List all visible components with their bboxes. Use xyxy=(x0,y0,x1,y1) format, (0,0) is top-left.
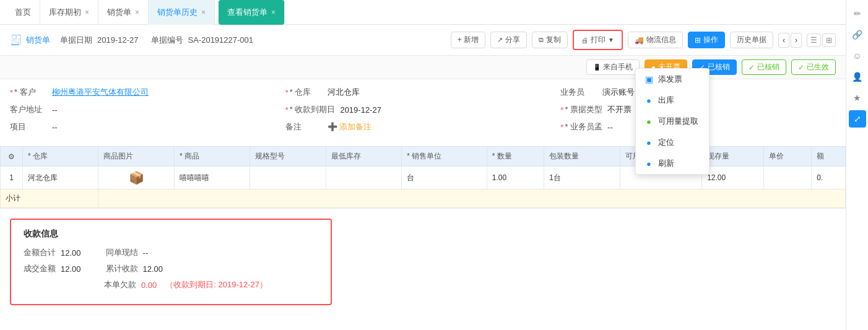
row-index: 1 xyxy=(1,167,23,189)
form-row-2: 客户地址 -- * * 收款到期日 2019-12-27 * * 票据类型 不开… xyxy=(10,104,836,115)
nav-arrows: ‹ › xyxy=(778,33,802,48)
copy-button[interactable]: ⧉ 复制 xyxy=(532,32,568,48)
col-current-stock: 现存量 xyxy=(702,147,764,167)
customer-field: * * 客户 柳州粤港平安气体有限公司 xyxy=(10,87,285,98)
form-row-1: * * 客户 柳州粤港平安气体有限公司 * * 仓库 河北仓库 业务员 演示账号 xyxy=(10,87,836,98)
address-value: -- xyxy=(52,105,58,115)
order-balance-item: 本单欠款 0.00 （收款到期日: 2019-12-27） xyxy=(104,279,267,290)
same-order-settlement-item: 同单现结 -- xyxy=(106,247,149,258)
row-amount: 0. xyxy=(812,167,846,189)
table-row: 1 河北仓库 📦 嘻嘻嘻嘻 台 1.00 1台 12.00 xyxy=(1,167,846,189)
from-phone-button[interactable]: 📱 来自手机 xyxy=(586,59,640,75)
staff-label: 业务员 xyxy=(560,87,597,98)
ticket-type-label: * * 票据类型 xyxy=(560,104,602,115)
tab-close-sales[interactable]: × xyxy=(135,8,139,17)
col-min-stock: 最低库存 xyxy=(326,147,401,167)
doc-type-label: 🧾 销货单 xyxy=(10,34,50,46)
tab-view-sales[interactable]: 查看销货单 × xyxy=(219,0,285,25)
new-button[interactable]: + 新增 xyxy=(451,32,485,48)
tab-close-inventory[interactable]: × xyxy=(85,8,89,17)
note-label: 备注 xyxy=(285,121,323,132)
payment-info-panel: 收款信息 金额合计 12.00 同单现结 -- 成交金额 12.00 xyxy=(10,219,332,305)
locate-item[interactable]: ● 定位 xyxy=(636,132,709,153)
logistics-button[interactable]: 🚚 物流信息 xyxy=(628,32,683,48)
grid-view-icon[interactable]: ⊞ xyxy=(822,33,836,47)
staff2-label: * * 业务员孟 xyxy=(560,121,602,132)
order-balance-note: （收款到期日: 2019-12-27） xyxy=(165,279,267,290)
operations-button[interactable]: ⊞ 操作 xyxy=(688,32,725,48)
customer-value[interactable]: 柳州粤港平安气体有限公司 xyxy=(52,87,149,98)
address-field: 客户地址 -- xyxy=(10,104,285,115)
sidebar-star-icon[interactable]: ★ xyxy=(849,89,866,106)
view-icons: ☰ ⊞ xyxy=(807,33,836,47)
sub-toolbar: 📱 来自手机 ● 未开票 ✓ 已核销 ✓ 已核销 ✓ 已生效 xyxy=(0,56,846,79)
staff-value: 演示账号 xyxy=(602,87,635,98)
cumulative-payment-label: 累计收款 xyxy=(106,263,138,274)
outbound-icon: ● xyxy=(644,96,653,105)
history-button[interactable]: 历史单据 xyxy=(730,32,773,48)
tab-sales-history[interactable]: 销货单历史 × xyxy=(149,0,215,25)
tab-bar: 首页 库存期初 × 销货单 × 销货单历史 × 查看销货单 × × xyxy=(0,0,868,25)
table-section: ⚙ * 仓库 商品图片 * 商品 规格型号 最低库存 * 销售单位 * 数量 包… xyxy=(0,146,846,208)
outbound-item[interactable]: ● 出库 xyxy=(636,90,709,111)
tab-home[interactable]: 首页 xyxy=(6,0,40,25)
payment-date-field: * * 收款到期日 2019-12-27 xyxy=(285,104,561,115)
nav-prev[interactable]: ‹ xyxy=(778,33,789,48)
col-quantity: * 数量 xyxy=(487,147,544,167)
sidebar-comment-icon[interactable]: ☺ xyxy=(849,47,866,64)
warehouse-value: 河北仓库 xyxy=(328,87,360,98)
nav-next[interactable]: › xyxy=(791,33,802,48)
col-package-qty: 包装数量 xyxy=(544,147,620,167)
already-verified-badge: ✓ 已核销 xyxy=(742,59,786,75)
add-invoice-icon: ▣ xyxy=(644,75,653,84)
row-spec xyxy=(250,167,326,189)
col-settings[interactable]: ⚙ xyxy=(1,147,23,167)
subtotal-row: 小计 xyxy=(1,189,846,208)
list-view-icon[interactable]: ☰ xyxy=(807,33,821,47)
order-balance-value: 0.00 xyxy=(141,280,157,290)
tab-inventory-init[interactable]: 库存期初 × xyxy=(40,0,98,25)
print-button[interactable]: 🖨 打印 ▼ xyxy=(575,32,620,48)
form-section: * * 客户 柳州粤港平安气体有限公司 * * 仓库 河北仓库 业务员 演示账号 xyxy=(0,79,846,146)
order-balance-label: 本单欠款 xyxy=(104,279,136,290)
note-add-button[interactable]: ➕ 添加备注 xyxy=(328,121,372,132)
sidebar-expand-icon[interactable]: ⤢ xyxy=(849,110,866,128)
add-invoice-item[interactable]: ▣ 添发票 xyxy=(636,69,709,90)
payment-date-value: 2019-12-27 xyxy=(340,105,381,115)
payment-row-2: 成交金额 12.00 累计收款 12.00 xyxy=(24,263,318,274)
tab-sales-order[interactable]: 销货单 × xyxy=(98,0,149,25)
customer-label: * * 客户 xyxy=(10,87,47,98)
transaction-amount-value: 12.00 xyxy=(61,264,81,274)
address-label: 客户地址 xyxy=(10,104,47,115)
subtotal-label: 小计 xyxy=(1,189,98,208)
payment-info-title: 收款信息 xyxy=(24,228,318,240)
refresh-icon: ● xyxy=(644,159,653,168)
right-sidebar: ✏ 🔗 ☺ 👤 ★ ⤢ xyxy=(846,0,868,330)
tab-close-history[interactable]: × xyxy=(201,8,206,17)
sidebar-link-icon[interactable]: 🔗 xyxy=(849,26,866,43)
note-field: 备注 ➕ 添加备注 xyxy=(285,121,561,132)
bottom-panel: 收款信息 金额合计 12.00 同单现结 -- 成交金额 12.00 xyxy=(0,208,846,315)
row-current-stock: 12.00 xyxy=(702,167,764,189)
transaction-amount-label: 成交金额 xyxy=(24,263,56,274)
same-order-value: -- xyxy=(143,248,149,258)
warehouse-field: * * 仓库 河北仓库 xyxy=(285,87,561,98)
payment-row-3: 本单欠款 0.00 （收款到期日: 2019-12-27） xyxy=(24,279,318,290)
cumulative-payment-item: 累计收款 12.00 xyxy=(106,263,163,274)
available-qty-item[interactable]: ● 可用量提取 xyxy=(636,111,709,132)
refresh-item[interactable]: ● 刷新 xyxy=(636,153,709,174)
col-spec: 规格型号 xyxy=(250,147,326,167)
col-product: * 商品 xyxy=(174,147,250,167)
app-container: 首页 库存期初 × 销货单 × 销货单历史 × 查看销货单 × × 🧾 销货单 xyxy=(0,0,868,330)
sidebar-user-icon[interactable]: 👤 xyxy=(849,68,866,85)
col-amount: 额 xyxy=(812,147,846,167)
row-product: 嘻嘻嘻嘻 xyxy=(174,167,250,189)
share-button[interactable]: ↗ 分享 xyxy=(490,32,527,48)
sidebar-edit-icon[interactable]: ✏ xyxy=(849,5,866,22)
row-min-stock xyxy=(326,167,401,189)
form-row-3: 项目 -- 备注 ➕ 添加备注 * * 业务员孟 -- xyxy=(10,121,836,132)
col-unit: * 销售单位 xyxy=(402,147,487,167)
total-amount-item: 金额合计 12.00 xyxy=(24,247,81,258)
col-unit-price: 单价 xyxy=(764,147,812,167)
tab-close-view[interactable]: × xyxy=(271,8,276,17)
